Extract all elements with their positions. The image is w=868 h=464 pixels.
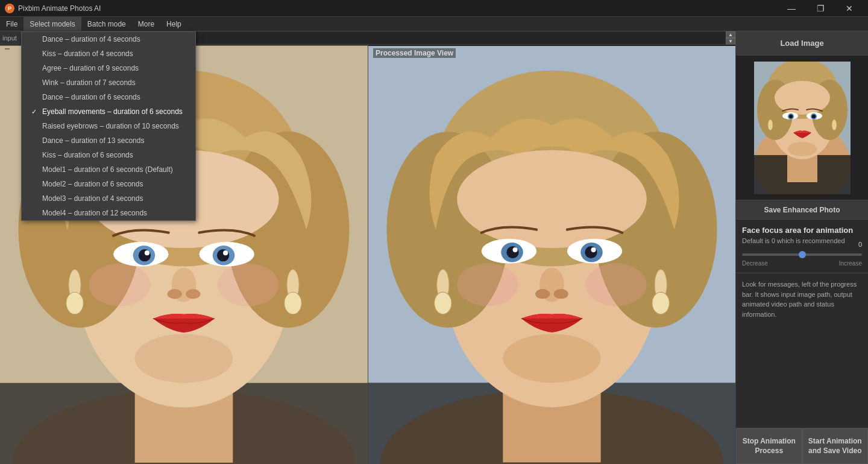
input-label-1: input [0,34,19,42]
dropdown-item-label-1: Kiss – duration of 4 seconds [42,49,133,58]
svg-point-65 [789,115,793,118]
face-focus-slider[interactable] [742,253,862,256]
title-bar-left: P Pixbim Animate Photos AI [5,4,101,13]
dropdown-item-4[interactable]: Dance – duration of 6 seconds [22,90,195,104]
svg-point-49 [503,334,600,383]
menu-help[interactable]: Help [160,17,187,31]
svg-point-19 [186,289,200,299]
start-animation-button[interactable]: Start Animation and Save Video [802,428,869,464]
minimize-button[interactable]: — [778,0,805,17]
svg-point-26 [285,292,301,314]
save-enhanced-button[interactable]: Save Enhanced Photo [736,200,868,220]
dropdown-item-label-6: Raised eyebrows – duration of 10 seconds [42,122,179,130]
face-focus-title: Face focus area for animation [742,226,862,235]
svg-point-22 [135,334,233,383]
right-panel: Load Image [735,31,868,464]
dropdown-item-label-8: Kiss – duration of 6 seconds [42,151,133,159]
svg-point-11 [139,249,151,261]
bottom-buttons: Stop Animation Process Start Animation a… [736,428,868,464]
svg-point-21 [218,263,279,306]
svg-point-35 [457,150,647,248]
slider-decrease-label: Decrease [742,260,768,267]
dropdown-item-label-9: Model1 – duration of 6 seconds (Default) [42,165,173,174]
title-bar: P Pixbim Animate Photos AI — ❐ ✕ [0,0,868,17]
svg-point-48 [585,263,646,306]
face-focus-section: Face focus area for animation Default is… [736,220,868,273]
svg-point-45 [535,289,550,299]
check-mark-5: ✓ [31,108,39,116]
dropdown-item-1[interactable]: Kiss – duration of 4 seconds [22,46,195,61]
menu-select-models[interactable]: Select models [24,17,81,31]
dropdown-item-label-7: Dance – duration of 13 seconds [42,136,144,145]
dropdown-item-label-5: Eyeball movements – duration of 6 second… [42,107,183,116]
svg-point-24 [66,292,83,314]
svg-point-20 [89,263,150,306]
slider-labels: Decrease Increase [742,260,862,267]
svg-point-39 [513,247,518,252]
face-focus-subtitle: Default is 0 which is recommended [742,237,862,244]
svg-point-68 [812,115,816,118]
dropdown-item-11[interactable]: Model3 – duration of 4 seconds [22,191,195,206]
dropdown-item-9[interactable]: Model1 – duration of 6 seconds (Default) [22,162,195,177]
svg-point-16 [223,250,228,255]
svg-point-70 [832,119,837,130]
stop-animation-button[interactable]: Stop Animation Process [736,428,802,464]
dropdown-item-label-2: Agree – duration of 9 seconds [42,64,139,72]
svg-point-62 [775,81,830,115]
dropdown-item-6[interactable]: Raised eyebrows – duration of 10 seconds [22,119,195,133]
scroll-down-button[interactable]: ▼ [726,38,735,45]
close-button[interactable]: ✕ [835,0,863,17]
original-panel-label [5,48,10,49]
dropdown-item-12[interactable]: Model4 – duration of 12 seconds [22,206,195,220]
maximize-button[interactable]: ❐ [807,0,834,17]
dropdown-item-2[interactable]: Agree – duration of 9 seconds [22,61,195,75]
menu-file[interactable]: File [0,17,24,31]
dropdown-item-label-10: Model2 – duration of 6 seconds [42,180,143,188]
dropdown-item-7[interactable]: Dance – duration of 13 seconds [22,133,195,148]
dropdown-item-5[interactable]: ✓Eyeball movements – duration of 6 secon… [22,104,195,119]
thumbnail-photo [754,62,851,194]
window-controls: — ❐ ✕ [778,0,863,17]
svg-point-51 [435,292,451,314]
svg-point-71 [788,142,817,156]
message-area: Look for messages, left of the progress … [736,273,868,428]
load-image-button[interactable]: Load Image [736,31,868,56]
dropdown-item-label-4: Dance – duration of 6 seconds [42,93,140,101]
svg-point-42 [585,246,597,258]
app-icon: P [5,4,14,13]
dropdown-item-0[interactable]: Dance – duration of 4 seconds [22,32,195,46]
menu-batch-mode[interactable]: Batch mode [81,17,132,31]
scroll-up-button[interactable]: ▲ [726,31,735,38]
slider-increase-label: Increase [839,260,862,267]
svg-point-15 [217,249,229,261]
slider-value: 0 [858,241,862,248]
menu-more[interactable]: More [132,17,160,31]
svg-point-47 [457,263,518,306]
svg-point-18 [168,289,182,299]
dropdown-item-label-12: Model4 – duration of 12 seconds [42,209,147,217]
processed-panel: Processed Image View [368,45,735,464]
dropdown-item-label-3: Wink – duration of 7 seconds [42,78,136,87]
menu-bar: File Select models Batch mode More Help … [0,17,868,31]
dropdown-item-10[interactable]: Model2 – duration of 6 seconds [22,177,195,191]
svg-point-43 [591,247,596,252]
dropdown-item-label-0: Dance – duration of 4 seconds [42,35,140,43]
title-text: Pixbim Animate Photos AI [18,4,101,13]
thumbnail-area [736,56,868,200]
path-scrollbar: ▲ ▼ [726,31,735,45]
svg-point-69 [768,119,773,130]
svg-point-46 [554,289,568,299]
slider-container: 0 [742,249,862,258]
svg-point-38 [506,246,518,258]
svg-point-53 [652,292,669,314]
dropdown-item-3[interactable]: Wink – duration of 7 seconds [22,75,195,90]
processed-photo [368,45,735,464]
dropdown-menu: Dance – duration of 4 secondsKiss – dura… [21,31,196,221]
dropdown-item-8[interactable]: Kiss – duration of 6 seconds [22,148,195,162]
svg-point-12 [145,250,149,255]
processed-panel-label: Processed Image View [373,48,456,58]
dropdown-item-label-11: Model3 – duration of 4 seconds [42,194,143,203]
